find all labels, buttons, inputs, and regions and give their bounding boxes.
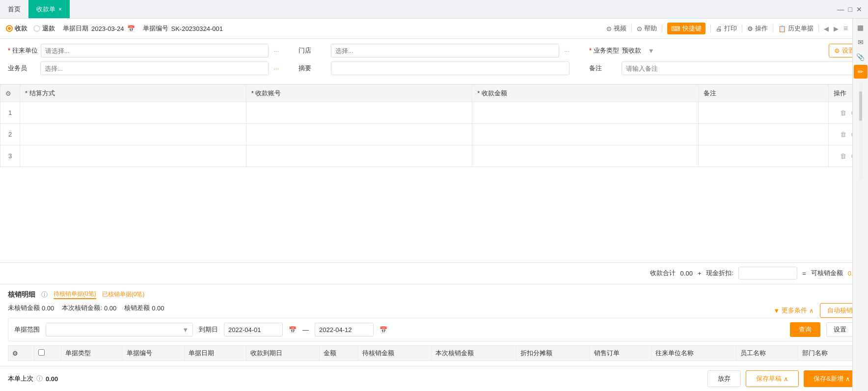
maximize-btn[interactable]: □ [848, 5, 852, 13]
save-draft-dropdown-icon[interactable]: ∧ [784, 375, 788, 383]
staff-more-icon[interactable]: ··· [273, 65, 279, 72]
divider5 [773, 25, 773, 32]
row-2-amount[interactable] [472, 124, 699, 145]
range-label: 单据范围 [14, 325, 40, 334]
shop-label: 门店 [298, 46, 328, 55]
row-3-settle[interactable] [20, 145, 246, 167]
save-new-dropdown-icon[interactable]: ∧ [845, 375, 850, 383]
writeoff-section: 核销明细 ⓘ 待核销单据(0笔) 已核销单据(0笔) 未核销金额 0.00 本次… [0, 283, 868, 366]
tab-home[interactable]: 首页 [0, 0, 28, 18]
tab-bar: 首页 收款单 × — □ ✕ [0, 0, 868, 19]
bottom-bar: 本单上次 ⓘ 0.00 放弃 保存草稿 ∧ 保存&新增 ∧ [0, 366, 868, 391]
range-dropdown-icon[interactable]: ▼ [182, 326, 189, 334]
account-col-label: * 收款账号 [251, 89, 281, 97]
row-2-delete-icon[interactable]: 🗑 [840, 131, 846, 138]
remark-input[interactable] [622, 61, 860, 75]
row-1-remark[interactable] [698, 102, 828, 124]
number-field: 单据编号 SK-20230324-001 [143, 24, 223, 33]
nav-prev-icon[interactable]: ◀ [824, 25, 829, 32]
minimize-btn[interactable]: — [838, 5, 844, 13]
nav-next-icon[interactable]: ▶ [834, 25, 839, 32]
more-conditions-btn[interactable]: ▼ 更多条件 ∧ [773, 306, 814, 315]
party-input[interactable] [41, 44, 269, 57]
sidebar-mail-icon[interactable]: ✉ [854, 35, 868, 49]
abandon-btn[interactable]: 放弃 [707, 370, 741, 387]
staff-input[interactable] [40, 61, 269, 75]
row-2-remark[interactable] [698, 124, 828, 145]
discount-input[interactable] [738, 267, 797, 279]
calendar-icon[interactable]: 📅 [127, 25, 135, 32]
query-btn[interactable]: 查询 [790, 322, 820, 337]
party-more-icon[interactable]: ··· [273, 47, 279, 55]
form-row-2: 业务员 ··· 摘要 备注 [8, 61, 860, 75]
diff-value: 0.00 [152, 305, 164, 312]
shortcut-btn[interactable]: ⌨ 快捷键 [667, 23, 705, 34]
bt-select-all[interactable] [38, 349, 45, 356]
writeoff-table: ⚙ 单据类型 单据编号 单据日期 收款到期日 金额 待核销金额 本次核销金额 折… [8, 345, 860, 361]
row-1-account[interactable] [246, 102, 472, 124]
sidebar-clip-icon[interactable]: 📎 [854, 50, 868, 64]
writeoff-stats: 未核销金额 0.00 本次核销金额: 0.00 核销差额 0.00 [8, 304, 164, 312]
sidebar-table-icon[interactable]: ▦ [854, 21, 868, 34]
summary-label: 摘要 [298, 64, 328, 73]
writeoff-title: 核销明细 [8, 290, 35, 299]
row-3-num: 3 [0, 145, 20, 167]
print-btn[interactable]: 🖨 打印 [716, 24, 737, 33]
business-type-dropdown[interactable]: ▼ [648, 47, 654, 55]
more-conditions-label: 更多条件 [782, 306, 807, 315]
operation-btn[interactable]: ⚙ 操作 [747, 24, 768, 33]
table-gear-icon[interactable]: ⚙ [5, 90, 11, 97]
sidebar-edit-icon[interactable]: ✏ [854, 65, 868, 79]
info-icon: ⓘ [41, 290, 48, 299]
party-label: 往来单位 [8, 46, 38, 55]
done-tab[interactable]: 已核销单据(0笔) [102, 290, 145, 299]
save-draft-btn[interactable]: 保存草稿 ∧ [746, 370, 799, 387]
divider1 [631, 25, 632, 32]
row-2-settle[interactable] [20, 124, 246, 145]
bottom-left: 本单上次 ⓘ 0.00 [8, 374, 58, 383]
remark-col-header: 备注 [698, 85, 828, 102]
discount-label: 现金折扣: [706, 269, 733, 278]
help-btn[interactable]: ⊙ 帮助 [637, 24, 657, 33]
row-3-remark[interactable] [698, 145, 828, 167]
number-value: SK-20230324-001 [171, 25, 223, 32]
shop-more-icon[interactable]: ··· [564, 47, 570, 55]
calendar-from-icon[interactable]: 📅 [289, 326, 297, 334]
date-to-input[interactable] [315, 323, 374, 336]
video-btn[interactable]: ⊙ 视频 [606, 24, 626, 33]
tab-receipt-label: 收款单 [36, 5, 55, 14]
bt-date-header: 单据日期 [185, 346, 246, 361]
history-btn[interactable]: 📋 历史单据 [778, 24, 814, 33]
bt-gear-icon[interactable]: ⚙ [12, 350, 18, 357]
view-list-icon[interactable]: ≡ [843, 24, 848, 33]
settle-col-header: * 结算方式 [20, 85, 246, 102]
pending-tab[interactable]: 待核销单据(0笔) [54, 290, 96, 299]
row-1-delete-icon[interactable]: 🗑 [840, 109, 846, 116]
setting-small-btn[interactable]: 设置 [826, 322, 854, 337]
writeoff-table-area: ⚙ 单据类型 单据编号 单据日期 收款到期日 金额 待核销金额 本次核销金额 折… [8, 345, 860, 361]
business-type-field: 业务类型 预收款 ▼ ⚙ 设置 [589, 44, 860, 57]
date-from-input[interactable] [224, 323, 283, 336]
receipt-radio-label: 收款 [15, 24, 27, 33]
row-1-amount[interactable] [472, 102, 699, 124]
tab-receipt[interactable]: 收款单 × [28, 0, 70, 18]
row-3-delete-icon[interactable]: 🗑 [840, 152, 846, 160]
amount-col-header: * 收款金额 [472, 85, 699, 102]
tab-close-icon[interactable]: × [58, 6, 62, 13]
row-3-account[interactable] [246, 145, 472, 167]
summary-input[interactable] [331, 61, 570, 75]
bt-order-header: 销售订单 [590, 346, 651, 361]
form-row-1: 往来单位 ··· 门店 ··· 业务类型 预收款 ▼ ⚙ 设置 [8, 44, 860, 57]
calendar-to-icon[interactable]: 📅 [380, 326, 387, 334]
refund-radio[interactable]: 退款 [33, 24, 55, 33]
save-new-btn[interactable]: 保存&新增 ∧ [804, 370, 860, 387]
scrollbar-thumb[interactable] [859, 91, 862, 121]
close-btn[interactable]: ✕ [856, 5, 862, 13]
row-3-amount[interactable] [472, 145, 699, 167]
row-2-account[interactable] [246, 124, 472, 145]
table-row: 2 🗑 ⊕ [0, 124, 868, 145]
shop-input[interactable] [331, 44, 559, 57]
row-1-settle[interactable] [20, 102, 246, 124]
receipt-radio[interactable]: 收款 [6, 24, 27, 33]
equals-sign: = [802, 270, 806, 277]
